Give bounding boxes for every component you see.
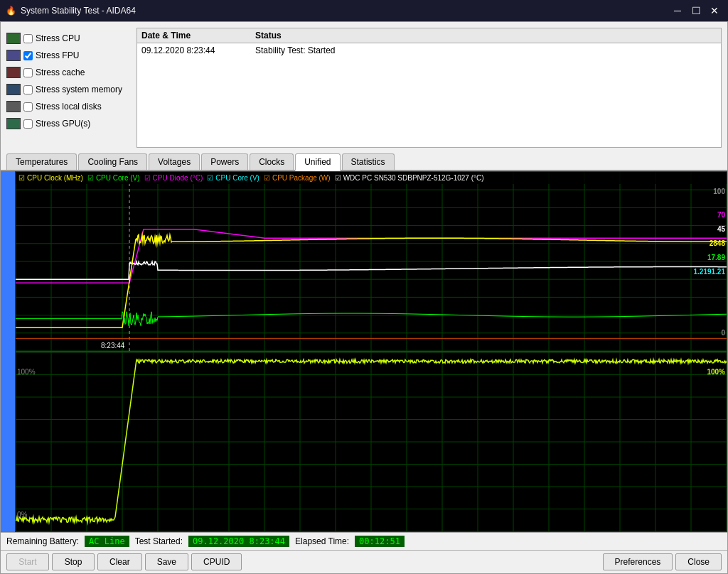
- elapsed-value: 00:12:51: [355, 536, 405, 547]
- cpu-icon: [6, 33, 21, 44]
- chart-wrapper: ☑ CPU Clock (MHz) ☑ CPU Core (V) ☑ CPU D…: [1, 171, 727, 532]
- stop-button[interactable]: Stop: [52, 553, 95, 570]
- chart-top-legend: ☑ CPU Clock (MHz) ☑ CPU Core (V) ☑ CPU D…: [16, 172, 727, 184]
- cpuid-button[interactable]: CPUID: [191, 553, 242, 570]
- stress-disk-checkbox[interactable]: [23, 102, 33, 112]
- toolbar-spacer: [245, 553, 599, 570]
- status-status-value: Stability Test: Started: [255, 45, 336, 55]
- elapsed-label: Elapsed Time:: [295, 536, 349, 546]
- legend-cpu-clock-label: CPU Clock (MHz): [27, 174, 83, 182]
- legend-cpu-core-v2: ☑ CPU Core (V): [207, 174, 259, 182]
- legend-cpu-core-v2-label: CPU Core (V): [215, 174, 259, 182]
- main-window: Stress CPU Stress FPU Stress cache Stres…: [0, 21, 728, 574]
- stress-cache-item: Stress cache: [6, 65, 131, 80]
- disk-icon: [6, 101, 21, 112]
- top-section: Stress CPU Stress FPU Stress cache Stres…: [1, 22, 727, 153]
- stress-sysmem-label: Stress system memory: [36, 85, 122, 94]
- side-indicator: [1, 171, 15, 532]
- close-toolbar-button[interactable]: Close: [675, 553, 722, 570]
- stress-cache-label: Stress cache: [36, 67, 85, 77]
- chart-top-min: 0: [721, 329, 725, 337]
- stress-disk-item: Stress local disks: [6, 99, 131, 114]
- tab-cooling-fans[interactable]: Cooling Fans: [78, 153, 147, 170]
- tab-temperatures[interactable]: Temperatures: [6, 153, 77, 170]
- chart-top-max: 100: [713, 188, 725, 195]
- stress-gpu-item: Stress GPU(s): [6, 116, 131, 131]
- chart-top: ☑ CPU Clock (MHz) ☑ CPU Core (V) ☑ CPU D…: [15, 171, 727, 352]
- tab-unified[interactable]: Unified: [295, 153, 340, 171]
- stress-gpu-checkbox[interactable]: [23, 119, 33, 129]
- window-controls: ─ ☐ ✕: [670, 4, 722, 17]
- legend-cpu-package-label: CPU Package (W): [272, 174, 331, 182]
- window-title: System Stability Test - AIDA64: [21, 6, 665, 16]
- stress-fpu-label: Stress FPU: [36, 50, 79, 60]
- title-bar: 🔥 System Stability Test - AIDA64 ─ ☐ ✕: [0, 0, 728, 21]
- stress-options-panel: Stress CPU Stress FPU Stress cache Stres…: [6, 28, 131, 148]
- val-1219: 1.2191.21: [694, 268, 726, 276]
- legend-cpu-diode-label: CPU Diode (°C): [153, 174, 203, 182]
- tab-clocks[interactable]: Clocks: [250, 153, 294, 170]
- stress-sysmem-item: Stress system memory: [6, 82, 131, 97]
- maximize-button[interactable]: ☐: [688, 4, 704, 17]
- legend-cpu-clock: ☑ CPU Clock (MHz): [18, 174, 83, 182]
- stress-cache-checkbox[interactable]: [23, 68, 33, 77]
- stress-disk-label: Stress local disks: [36, 102, 102, 112]
- fpu-icon: [6, 50, 21, 61]
- cache-icon: [6, 67, 21, 78]
- status-bar: Remaining Battery: AC Line Test Started:…: [1, 532, 727, 550]
- stress-fpu-item: Stress FPU: [6, 48, 131, 63]
- legend-wdc: ☑ WDC PC SN530 SDBPNPZ-512G-1027 (°C): [335, 174, 484, 182]
- legend-cpu-core-v: ☑ CPU Core (V): [87, 174, 140, 182]
- tab-voltages[interactable]: Voltages: [149, 153, 200, 170]
- val-2848: 2848: [710, 239, 725, 247]
- minimize-button[interactable]: ─: [670, 4, 685, 17]
- chart-time-label: 8:23:44: [101, 342, 124, 350]
- close-button[interactable]: ✕: [707, 4, 722, 17]
- stress-cpu-checkbox[interactable]: [23, 34, 33, 43]
- mem-icon: [6, 84, 21, 95]
- stress-sysmem-checkbox[interactable]: [23, 85, 33, 94]
- chart-bottom: CPU Usage 100% 0% 100%: [15, 352, 727, 532]
- status-table-header: Date & Time Status: [137, 28, 721, 43]
- chart-inner: ☑ CPU Clock (MHz) ☑ CPU Core (V) ☑ CPU D…: [15, 171, 727, 532]
- chart-bottom-max: 100%: [17, 368, 36, 376]
- tab-powers[interactable]: Powers: [201, 153, 248, 170]
- test-started-label: Test Started:: [135, 536, 183, 546]
- val-70: 70: [717, 211, 725, 219]
- legend-cpu-core-v-label: CPU Core (V): [96, 174, 140, 182]
- legend-cpu-diode: ☑ CPU Diode (°C): [144, 174, 203, 182]
- battery-value: AC Line: [85, 536, 129, 547]
- stress-gpu-label: Stress GPU(s): [36, 119, 90, 129]
- status-row-0: 09.12.2020 8:23:44 Stability Test: Start…: [137, 43, 721, 58]
- save-button[interactable]: Save: [145, 553, 188, 570]
- preferences-button[interactable]: Preferences: [603, 553, 673, 570]
- bottom-toolbar: Start Stop Clear Save CPUID Preferences …: [1, 550, 727, 573]
- status-header-datetime: Date & Time: [141, 31, 255, 40]
- val-45: 45: [717, 225, 725, 233]
- legend-cpu-package: ☑ CPU Package (W): [264, 174, 331, 182]
- status-header-status: Status: [255, 31, 282, 40]
- clear-button[interactable]: Clear: [97, 553, 142, 570]
- status-panel: Date & Time Status 09.12.2020 8:23:44 St…: [136, 28, 722, 148]
- chart-bottom-min: 0%: [17, 511, 27, 519]
- val-1789: 17.89: [707, 254, 725, 261]
- tabs-bar: Temperatures Cooling Fans Voltages Power…: [1, 153, 727, 171]
- app-icon: 🔥: [6, 6, 16, 16]
- stress-cpu-label: Stress CPU: [36, 33, 80, 43]
- test-started-value: 09.12.2020 8:23:44: [188, 536, 289, 547]
- legend-wdc-label: WDC PC SN530 SDBPNPZ-512G-1027 (°C): [343, 174, 484, 182]
- bottom-chart-canvas: [16, 352, 727, 531]
- stress-cpu-item: Stress CPU: [6, 31, 131, 46]
- stress-fpu-checkbox[interactable]: [23, 51, 33, 60]
- top-chart-canvas: [16, 172, 727, 351]
- tab-statistics[interactable]: Statistics: [342, 153, 395, 170]
- battery-label: Remaining Battery:: [6, 536, 79, 546]
- status-datetime-value: 09.12.2020 8:23:44: [141, 45, 255, 55]
- chart-bottom-value: 100%: [707, 368, 725, 376]
- gpu-icon: [6, 118, 21, 129]
- start-button[interactable]: Start: [6, 553, 49, 570]
